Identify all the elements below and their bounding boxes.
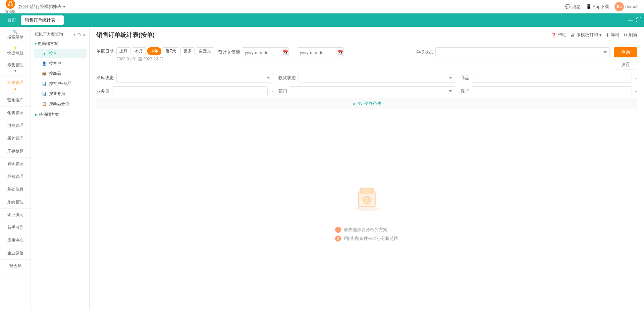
scheme-collapse-btn[interactable]: «: [83, 32, 85, 37]
sidebar-item-wholesale[interactable]: 批发管理 ▴: [0, 76, 31, 94]
print-arrow-icon: ▾: [599, 33, 602, 38]
scheme-item-by-order[interactable]: ● 按单: [34, 49, 87, 58]
scheme-group-pc-header[interactable]: ▾ 电脑端方案: [32, 39, 88, 48]
tab-close-icon[interactable]: ×: [57, 18, 60, 22]
tab-home[interactable]: 首页: [3, 15, 21, 25]
last-month-btn[interactable]: 上月: [116, 47, 130, 55]
sidebar-item-ecommerce[interactable]: 电商管理: [0, 119, 31, 132]
sidebar-item-wechat[interactable]: 企业微信: [0, 247, 31, 260]
receipt-status-label: 收款状态: [278, 75, 296, 81]
scheme-item-by-customer[interactable]: 👤 按客户: [34, 59, 87, 68]
scheme-item-by-salesman[interactable]: 📊 按业务员: [34, 89, 87, 99]
receipt-status-select[interactable]: 未收款 部分收款 已收款: [299, 73, 455, 83]
sidebar: 🔍 搜索菜单 ⚡ 快捷导航 零售管理 ▾ 批发管理 ▴ 营销推广 销售管理 电商…: [0, 27, 31, 310]
sidebar-item-inventory[interactable]: 库存核算: [0, 145, 31, 158]
customer-ellipsis-btn[interactable]: ···: [633, 89, 637, 94]
product-input[interactable]: [472, 73, 632, 83]
delivery-status-select[interactable]: 待出库 部分出库 已出库: [116, 73, 273, 83]
help-btn[interactable]: ❓ 帮助: [551, 32, 567, 38]
sidebar-item-retail[interactable]: 零售管理 ▾: [0, 59, 31, 76]
expected-date-end[interactable]: [297, 47, 344, 57]
sidebar-item-enterprise[interactable]: 企业协同: [0, 209, 31, 221]
refresh-icon: ↻: [624, 33, 627, 38]
product-label: 商品: [461, 75, 469, 81]
salesman-ellipsis-btn[interactable]: ···: [269, 89, 273, 94]
collapse-icon: ∧: [353, 101, 356, 106]
salesman-input[interactable]: [112, 86, 268, 96]
window-minimize-btn[interactable]: —: [628, 17, 633, 23]
custom-btn[interactable]: 自定义: [196, 47, 214, 55]
retail-label: 零售管理: [7, 62, 23, 68]
scheme-group-mobile-header[interactable]: ▶ 移动端方案: [32, 110, 88, 119]
page-header: 销售订单统计表(按单) ❓ 帮助 🖨 按模板打印 ▾ ⬇: [90, 27, 644, 43]
sidebar-nav[interactable]: ⚡ 快捷导航: [0, 43, 31, 59]
sidebar-item-sales[interactable]: 销售管理: [0, 107, 31, 119]
sidebar-item-system[interactable]: 系统管理: [0, 196, 31, 209]
search-icon: 🔍: [3, 30, 28, 34]
sidebar-item-operations[interactable]: 经营管理: [0, 170, 31, 183]
sidebar-search[interactable]: 🔍 搜索菜单: [0, 27, 31, 43]
salesman-icon: 📊: [42, 91, 47, 97]
this-year-btn[interactable]: 本年: [147, 47, 161, 55]
last7-btn[interactable]: 近7天: [163, 47, 179, 55]
scheme-item-by-product-label: 按商品: [49, 71, 61, 76]
scheme-group-mobile: ▶ 移动端方案: [32, 110, 88, 119]
tab-sales-stats[interactable]: 销售订单统计表 ×: [21, 15, 64, 25]
app-selector[interactable]: 办公用品行业模拟账表 ▾: [18, 4, 65, 10]
user-area[interactable]: Ea demo2: [614, 2, 639, 11]
department-label: 部门: [278, 88, 287, 94]
refresh-btn[interactable]: ↻ 刷新: [624, 32, 637, 38]
print-icon: 🖨: [571, 33, 575, 38]
this-month-btn[interactable]: 本月: [132, 47, 146, 55]
scheme-group-pc: ▾ 电脑端方案 ● 按单 👤 按客户 📦 按商品: [32, 39, 88, 109]
window-maximize-btn[interactable]: ⛶: [636, 17, 641, 23]
more-btn[interactable]: 更多: [180, 47, 195, 55]
setting-btn[interactable]: 设置: [614, 60, 637, 69]
cust-prod-icon: 📊: [42, 81, 47, 87]
scheme-add-btn[interactable]: +: [73, 32, 76, 37]
sidebar-nav-label: 快捷导航: [3, 50, 28, 56]
sidebar-item-marketing[interactable]: 营销推广: [0, 94, 31, 107]
export-icon: ⬇: [606, 33, 609, 38]
scheme-item-by-order-label: 按单: [49, 51, 57, 56]
app-download-action[interactable]: 📱 App下载: [586, 4, 609, 10]
page-title-row: 销售订单统计表(按单) ❓ 帮助 🖨 按模板打印 ▾ ⬇: [96, 31, 637, 39]
user-name: demo2: [625, 4, 639, 9]
sidebar-item-newbie[interactable]: 新手引导: [0, 221, 31, 234]
scheme-group-pc-label: 电脑端方案: [38, 41, 58, 47]
customer-input[interactable]: [472, 86, 632, 96]
sidebar-item-member[interactable]: 畅会员: [0, 260, 31, 272]
date-range-display: 2023-01-01 至 2023-12-31: [96, 56, 214, 62]
svg-rect-2: [360, 188, 374, 193]
scheme-item-by-product[interactable]: 📦 按商品: [34, 69, 87, 79]
page-actions: ❓ 帮助 🖨 按模板打印 ▾ ⬇ 导出 ↻: [551, 32, 637, 38]
bill-status-select[interactable]: 草稿 已审核 已关闭: [435, 47, 610, 57]
scheme-tree: ▾ 电脑端方案 ● 按单 👤 按客户 📦 按商品: [31, 39, 89, 119]
sidebar-item-appstore[interactable]: 应用中心: [0, 234, 31, 247]
product-ellipsis-btn[interactable]: ···: [633, 75, 637, 81]
sidebar-item-finance[interactable]: 资金管理: [0, 158, 31, 170]
print-btn[interactable]: 🖨 按模板打印 ▾: [571, 32, 602, 38]
scheme-item-by-cust-prod[interactable]: 📊 按客户+商品: [34, 79, 87, 89]
expected-date-start[interactable]: [242, 47, 289, 57]
scheme-item-by-cust-prod-label: 按客户+商品: [49, 81, 71, 87]
sales-label: 销售管理: [7, 110, 23, 116]
order-icon: ●: [42, 51, 47, 56]
export-btn[interactable]: ⬇ 导出: [606, 32, 620, 38]
top-bar-right: 💬 消息 📱 App下载 Ea demo2: [565, 2, 639, 11]
scheme-item-by-category[interactable]: 📋 按商品分类: [34, 99, 87, 109]
department-select[interactable]: [290, 86, 455, 96]
chevron-down-icon: ▾: [14, 69, 16, 73]
query-btn[interactable]: 查询: [614, 47, 637, 57]
collapse-bar[interactable]: ∧ 收起更多条件: [96, 98, 637, 109]
enterprise-label: 企业协同: [7, 212, 23, 218]
product-icon: 📦: [42, 71, 47, 76]
empty-hint-2: 2 用[过滤]条件来缩小分析范围: [335, 236, 398, 242]
sidebar-item-basic[interactable]: 基础信息: [0, 183, 31, 196]
sidebar-item-purchase[interactable]: 采购管理: [0, 132, 31, 145]
scheme-edit-btn[interactable]: ⊙: [77, 32, 81, 37]
logo-text: 标准版: [5, 9, 15, 14]
help-icon: ❓: [551, 33, 556, 38]
scheme-actions: + ⊙ «: [73, 32, 85, 37]
message-action[interactable]: 💬 消息: [565, 4, 581, 10]
